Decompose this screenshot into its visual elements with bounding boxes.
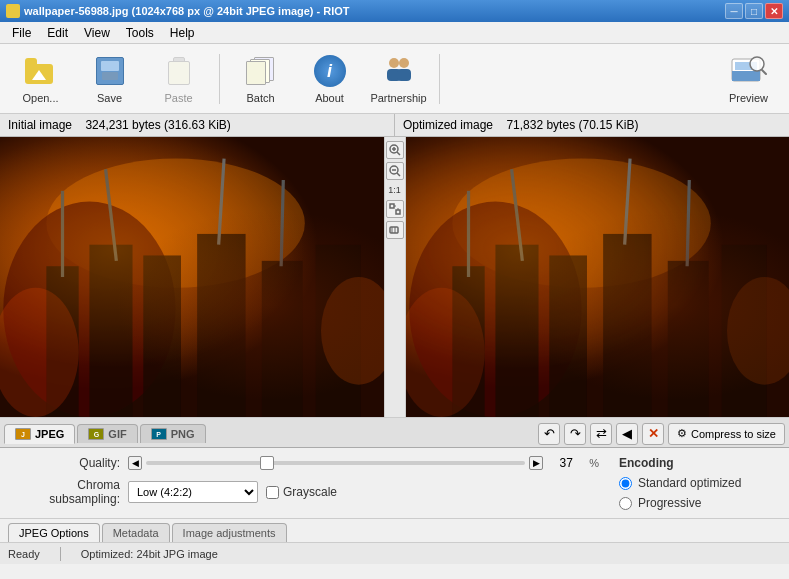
quality-slider-container: ◀ ▶ xyxy=(128,456,543,470)
paste-button[interactable]: Paste xyxy=(146,48,211,110)
progressive-radio-label[interactable]: Progressive xyxy=(619,496,779,510)
partnership-icon xyxy=(381,53,417,89)
svg-rect-13 xyxy=(46,266,78,417)
open-button[interactable]: Open... xyxy=(8,48,73,110)
status-bar: Ready Optimized: 24bit JPG image xyxy=(0,542,789,564)
svg-line-20 xyxy=(106,169,117,261)
sub-tab-metadata[interactable]: Metadata xyxy=(102,523,170,542)
quality-slider-track[interactable] xyxy=(146,461,525,465)
progressive-radio[interactable] xyxy=(619,497,632,510)
png-icon: P xyxy=(151,428,167,440)
grayscale-checkbox[interactable] xyxy=(266,486,279,499)
svg-line-50 xyxy=(511,169,522,261)
menu-bar: File Edit View Tools Help xyxy=(0,22,789,44)
chroma-row: Chroma subsampling: Low (4:2:2) Normal (… xyxy=(10,478,599,506)
redo-button[interactable]: ↷ xyxy=(564,423,586,445)
open-label: Open... xyxy=(22,92,58,104)
quality-row: Quality: ◀ ▶ 37 % xyxy=(10,456,599,470)
preview-button[interactable]: Preview xyxy=(716,48,781,110)
svg-rect-18 xyxy=(316,245,361,417)
pan-button[interactable] xyxy=(386,221,404,239)
menu-tools[interactable]: Tools xyxy=(118,24,162,42)
svg-point-42 xyxy=(409,202,581,417)
svg-rect-15 xyxy=(143,255,181,417)
svg-line-21 xyxy=(219,159,224,245)
image-side-toolbar: 1:1 xyxy=(384,137,406,417)
zoom-label: 1:1 xyxy=(388,185,401,195)
svg-rect-3 xyxy=(397,69,411,81)
about-button[interactable]: i About xyxy=(297,48,362,110)
svg-rect-46 xyxy=(603,234,651,417)
svg-rect-44 xyxy=(495,245,538,417)
quality-increase-button[interactable]: ▶ xyxy=(529,456,543,470)
tab-gif-label: GIF xyxy=(108,428,126,440)
chroma-select[interactable]: Low (4:2:2) Normal (4:2:0) High (4:4:4) … xyxy=(128,481,258,503)
batch-button[interactable]: Batch xyxy=(228,48,293,110)
paste-icon xyxy=(161,53,197,89)
status-optimized: Optimized: 24bit JPG image xyxy=(81,548,218,560)
about-label: About xyxy=(315,92,344,104)
standard-radio-label[interactable]: Standard optimized xyxy=(619,476,779,490)
svg-point-11 xyxy=(46,159,304,288)
svg-point-24 xyxy=(321,277,384,385)
menu-view[interactable]: View xyxy=(76,24,118,42)
standard-label: Standard optimized xyxy=(638,476,741,490)
delete-button[interactable]: ✕ xyxy=(642,423,664,445)
close-button[interactable]: ✕ xyxy=(765,3,783,19)
batch-label: Batch xyxy=(246,92,274,104)
menu-help[interactable]: Help xyxy=(162,24,203,42)
sub-tab-image-adjustments-label: Image adjustments xyxy=(183,527,276,539)
quality-slider-thumb[interactable] xyxy=(260,456,274,470)
tab-jpeg[interactable]: J JPEG xyxy=(4,424,75,444)
svg-line-30 xyxy=(397,173,400,176)
sub-tab-image-adjustments[interactable]: Image adjustments xyxy=(172,523,287,542)
fit-button[interactable] xyxy=(386,200,404,218)
undo-button[interactable]: ↶ xyxy=(538,423,560,445)
save-button[interactable]: Save xyxy=(77,48,142,110)
sub-tab-jpeg-options[interactable]: JPEG Options xyxy=(8,523,100,542)
svg-rect-9 xyxy=(0,137,384,417)
zoom-out-button[interactable] xyxy=(386,162,404,180)
sub-tab-metadata-label: Metadata xyxy=(113,527,159,539)
status-ready: Ready xyxy=(8,548,40,560)
menu-edit[interactable]: Edit xyxy=(39,24,76,42)
initial-image-size: 324,231 bytes (316.63 KiB) xyxy=(85,118,230,132)
partnership-label: Partnership xyxy=(370,92,426,104)
svg-point-2 xyxy=(399,58,409,68)
compress-to-size-button[interactable]: ⚙ Compress to size xyxy=(668,423,785,445)
redo-icon: ↷ xyxy=(570,426,581,441)
grayscale-checkbox-label[interactable]: Grayscale xyxy=(266,485,337,499)
partnership-button[interactable]: Partnership xyxy=(366,48,431,110)
optimized-image xyxy=(406,137,790,417)
open-icon xyxy=(23,53,59,89)
options-right: Encoding Standard optimized Progressive xyxy=(619,456,779,510)
back-button[interactable]: ◀ xyxy=(616,423,638,445)
tab-gif[interactable]: G GIF xyxy=(77,424,137,443)
jpeg-icon: J xyxy=(15,428,31,440)
back-icon: ◀ xyxy=(622,426,632,441)
chroma-label: Chroma subsampling: xyxy=(10,478,120,506)
svg-point-0 xyxy=(389,58,399,68)
tab-png[interactable]: P PNG xyxy=(140,424,206,443)
svg-rect-40 xyxy=(406,137,790,417)
svg-point-12 xyxy=(3,202,175,417)
svg-rect-47 xyxy=(667,261,708,417)
quality-decrease-button[interactable]: ◀ xyxy=(128,456,142,470)
menu-file[interactable]: File xyxy=(4,24,39,42)
compress-label: Compress to size xyxy=(691,428,776,440)
status-divider xyxy=(60,547,61,561)
restore-button[interactable]: □ xyxy=(745,3,763,19)
preview-icon xyxy=(731,53,767,89)
quality-label: Quality: xyxy=(10,456,120,470)
svg-rect-5 xyxy=(732,71,760,81)
save-icon xyxy=(92,53,128,89)
flip-button[interactable]: ⇄ xyxy=(590,423,612,445)
options-left: Quality: ◀ ▶ 37 % Chroma subsampling: Lo… xyxy=(10,456,599,506)
encoding-label: Encoding xyxy=(619,456,779,470)
svg-rect-48 xyxy=(721,245,766,417)
image-labels-row: Initial image 324,231 bytes (316.63 KiB)… xyxy=(0,114,789,137)
standard-radio[interactable] xyxy=(619,477,632,490)
zoom-in-button[interactable] xyxy=(386,141,404,159)
minimize-button[interactable]: ─ xyxy=(725,3,743,19)
options-area: Quality: ◀ ▶ 37 % Chroma subsampling: Lo… xyxy=(0,448,789,518)
